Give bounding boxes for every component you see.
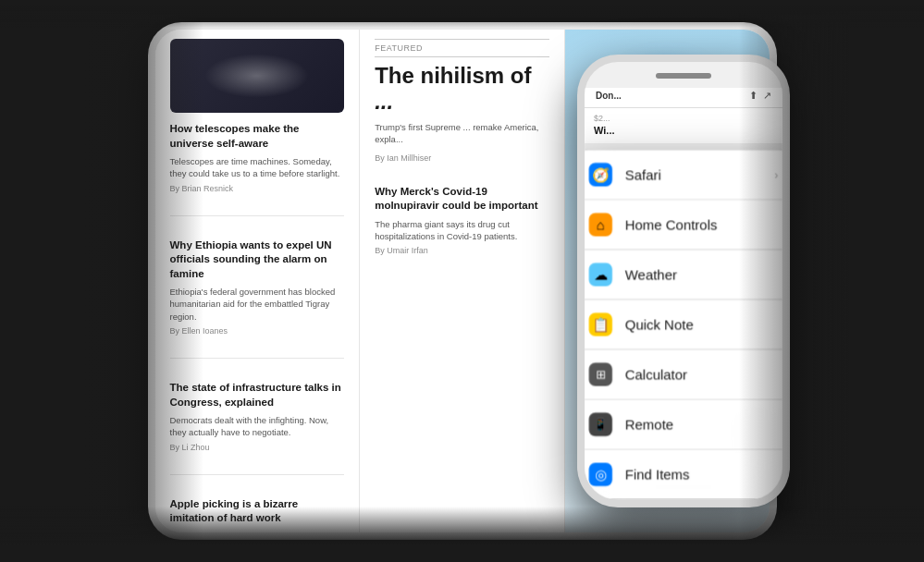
remote-icon: 📱	[589, 412, 612, 435]
left-fade	[0, 0, 203, 562]
calculator-icon: ⊞	[589, 362, 612, 385]
article-label: FEATURED	[375, 39, 549, 57]
menu-item-left-weather: ☁ Weather	[589, 263, 677, 286]
menu-item-label-calculator: Calculator	[625, 366, 687, 382]
menu-item-label-quick-note: Quick Note	[625, 316, 694, 332]
article-title: Why Merck's Covid-19 molnupiravir could …	[375, 185, 549, 214]
menu-item-left-find: ◎ Find Items	[589, 463, 690, 486]
menu-item-label-home-controls: Home Controls	[625, 216, 718, 232]
menu-item-label-remote: Remote	[625, 416, 673, 432]
menu-item-left-calc: ⊞ Calculator	[589, 362, 687, 385]
quick-note-icon: 📋	[589, 312, 612, 336]
home-controls-icon: ⌂	[589, 213, 612, 236]
find-items-icon: ◎	[589, 463, 612, 486]
phone-notch	[656, 73, 711, 79]
featured-byline: By Ian Millhiser	[375, 153, 549, 163]
right-fade	[739, 0, 924, 562]
featured-excerpt: Trump's first Supreme ... remake America…	[375, 121, 549, 146]
list-item: Why Merck's Covid-19 molnupiravir could …	[375, 185, 549, 278]
bottom-fade	[0, 507, 924, 562]
safari-icon: 🧭	[589, 163, 612, 186]
menu-item-label-weather: Weather	[625, 266, 677, 282]
top-fade	[0, 0, 924, 28]
article-byline: By Umair Irfan	[375, 246, 549, 255]
featured-headline: The nihilism of ...	[375, 63, 549, 114]
phone-header-title: Don...	[596, 91, 622, 101]
list-item: FEATURED The nihilism of ... Trump's fir…	[375, 39, 549, 163]
menu-item-left-remote: 📱 Remote	[589, 412, 673, 435]
article-excerpt: The pharma giant says its drug cut hospi…	[375, 218, 549, 243]
news-col-middle: FEATURED The nihilism of ... Trump's fir…	[360, 30, 565, 532]
stars-visual	[204, 54, 309, 98]
menu-item-left-note: 📋 Quick Note	[589, 312, 694, 336]
scene: How telescopes make the universe self-aw…	[0, 0, 924, 562]
menu-item-label-find-items: Find Items	[625, 467, 690, 483]
menu-item-left-safari: 🧭 Safari	[589, 163, 661, 186]
weather-icon: ☁	[589, 263, 612, 286]
menu-item-label-safari: Safari	[625, 166, 661, 182]
menu-item-left-home: ⌂ Home Controls	[589, 213, 718, 236]
